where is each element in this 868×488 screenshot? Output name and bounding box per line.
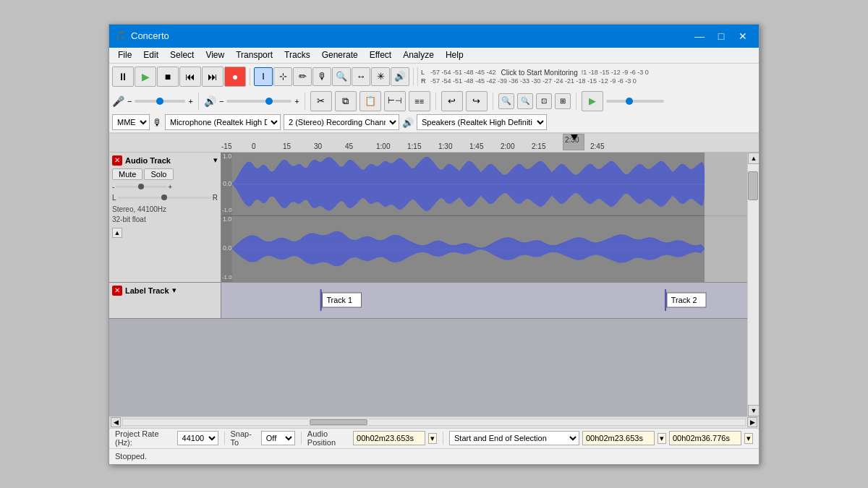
mic-icon: 🎤 xyxy=(112,95,124,107)
waveform-svg: 1.0 0.0 -1.0 1.0 0.0 -1.0 xyxy=(221,153,747,282)
record-button[interactable]: ● xyxy=(224,67,246,87)
silence-button[interactable]: ≡≡ xyxy=(409,91,430,111)
pan-l-label: L xyxy=(112,194,116,202)
window-controls: — □ ✕ xyxy=(689,26,753,46)
playhead-indicator: 2:30 xyxy=(563,134,584,150)
track-header: ✕ Audio Track ▾ xyxy=(112,155,218,166)
status-text: Stopped. xyxy=(115,452,147,461)
menu-transport[interactable]: Transport xyxy=(230,48,278,61)
microphone-select[interactable]: Microphone (Realtek High Defini xyxy=(165,114,281,130)
scroll-up-button[interactable]: ▲ xyxy=(748,153,759,164)
snap-to-select[interactable]: Off xyxy=(261,431,295,445)
horizontal-scrollbar[interactable]: ◀ ▶ xyxy=(109,416,759,428)
playback-speed-slider[interactable] xyxy=(606,100,664,103)
mic-minus: − xyxy=(127,97,132,106)
selection-start-input[interactable] xyxy=(582,431,655,445)
copy-button[interactable]: ⧉ xyxy=(335,91,357,111)
selection-end-input[interactable] xyxy=(669,431,741,445)
skip-start-button[interactable]: ⏮ xyxy=(179,67,201,87)
selection-start-dropdown[interactable]: ▾ xyxy=(658,433,666,444)
waveform-display[interactable]: 1.0 0.0 -1.0 1.0 0.0 -1.0 xyxy=(221,153,747,282)
skip-end-button[interactable]: ⏭ xyxy=(202,67,224,87)
menu-effect[interactable]: Effect xyxy=(364,48,397,61)
click-to-monitor-button[interactable]: Click to Start Monitoring xyxy=(498,69,581,77)
menu-tracks[interactable]: Tracks xyxy=(278,48,316,61)
selection-end-dropdown[interactable]: ▾ xyxy=(744,433,753,444)
hscroll-track[interactable] xyxy=(122,419,746,426)
cut-button[interactable]: ✂ xyxy=(310,91,332,111)
mic-tool-button[interactable]: 🎙 xyxy=(312,67,331,86)
speaker-volume-slider[interactable] xyxy=(226,100,292,103)
solo-button[interactable]: Solo xyxy=(144,168,173,180)
timeline-ticks: -15 0 15 30 45 1:00 1:15 1:30 1:45 2:00 … xyxy=(221,134,759,150)
pan-slider[interactable] xyxy=(118,197,211,199)
tick-15: 15 xyxy=(283,142,291,150)
pan-control: L R xyxy=(112,194,218,202)
track-close-button[interactable]: ✕ xyxy=(112,155,122,166)
audio-position-dropdown[interactable]: ▾ xyxy=(428,433,437,444)
menu-file[interactable]: File xyxy=(112,48,137,61)
selection-tool-button[interactable]: I xyxy=(254,67,273,86)
undo-button[interactable]: ↩ xyxy=(441,91,463,111)
label-track-dropdown[interactable]: ▾ xyxy=(172,286,176,295)
speaker-tool-button[interactable]: 🔊 xyxy=(391,67,409,86)
label-track-svg: Track 1 Track 2 xyxy=(221,283,747,318)
collapse-button[interactable]: ▲ xyxy=(112,228,122,238)
track-collapse-button: ▲ xyxy=(112,228,218,238)
scroll-down-button[interactable]: ▼ xyxy=(748,405,759,416)
selection-section: Start and End of Selection ▾ ▾ xyxy=(449,431,753,445)
draw-tool-button[interactable]: ✏ xyxy=(293,67,312,86)
fit-project-button[interactable]: ⊡ xyxy=(536,93,552,109)
menu-help[interactable]: Help xyxy=(440,48,469,61)
project-rate-section: Project Rate (Hz): 44100 xyxy=(115,429,218,447)
project-rate-select[interactable]: 44100 xyxy=(177,431,218,445)
envelope-tool-button[interactable]: ⊹ xyxy=(273,67,292,86)
maximize-button[interactable]: □ xyxy=(711,26,731,46)
label-waveform-area[interactable]: Track 1 Track 2 xyxy=(221,283,747,318)
close-button[interactable]: ✕ xyxy=(733,26,753,46)
vertical-scrollbar[interactable]: ▲ ▼ xyxy=(747,153,759,416)
minimize-button[interactable]: — xyxy=(689,26,710,46)
scroll-right-button[interactable]: ▶ xyxy=(747,417,757,427)
play-at-speed-button[interactable]: ▶ xyxy=(582,91,603,111)
timeline-ruler[interactable]: -15 0 15 30 45 1:00 1:15 1:30 1:45 2:00 … xyxy=(109,134,759,153)
menu-analyze[interactable]: Analyze xyxy=(397,48,440,61)
zoom-in-button[interactable]: 🔍 xyxy=(498,93,514,109)
audio-position-input[interactable] xyxy=(353,431,425,445)
menu-select[interactable]: Select xyxy=(164,48,200,61)
vu-db-labels-bottom: -57 -54 -51 -48 -45 -42 -39 -36 -33 -30 … xyxy=(430,77,637,85)
menu-generate[interactable]: Generate xyxy=(316,48,364,61)
pause-button[interactable]: ⏸ xyxy=(112,67,134,87)
label-track-close-button[interactable]: ✕ xyxy=(112,286,122,296)
gain-slider[interactable] xyxy=(116,186,166,188)
scroll-track-vertical[interactable] xyxy=(748,164,759,405)
timeshift-tool-button[interactable]: ↔ xyxy=(352,67,370,86)
zoom-out-button[interactable]: 🔍 xyxy=(517,93,533,109)
mic-volume-slider[interactable] xyxy=(135,100,185,103)
menu-edit[interactable]: Edit xyxy=(137,48,164,61)
mute-button[interactable]: Mute xyxy=(112,168,142,180)
snap-to-label: Snap-To xyxy=(231,429,258,447)
scroll-thumb-vertical[interactable] xyxy=(748,171,758,200)
trim-button[interactable]: ⊢⊣ xyxy=(384,91,406,111)
paste-button[interactable]: 📋 xyxy=(359,91,381,111)
vu-row-r: R -57 -54 -51 -48 -45 -42 -39 -36 -33 -3… xyxy=(421,77,649,85)
selection-type-select[interactable]: Start and End of Selection xyxy=(449,431,579,445)
menu-view[interactable]: View xyxy=(200,48,230,61)
api-select[interactable]: MME xyxy=(112,114,150,130)
speaker-select[interactable]: Speakers (Realtek High Definiti xyxy=(417,114,547,130)
speaker-icon: 🔊 xyxy=(204,95,216,107)
play-button[interactable]: ▶ xyxy=(135,67,156,87)
tick-100: 1:00 xyxy=(376,142,390,150)
zoom-tool-button[interactable]: 🔍 xyxy=(332,67,351,86)
vu-db-labels-top: -57 -54 -51 -48 -45 -42 xyxy=(430,69,496,76)
track-dropdown-button[interactable]: ▾ xyxy=(213,155,218,165)
redo-button[interactable]: ↪ xyxy=(466,91,488,111)
multi-tool-button[interactable]: ✳ xyxy=(371,67,390,86)
hscroll-thumb[interactable] xyxy=(310,419,367,425)
title-bar: 🎵 Concerto — □ ✕ xyxy=(109,25,759,48)
stop-button[interactable]: ■ xyxy=(157,67,179,87)
scroll-left-button[interactable]: ◀ xyxy=(111,417,121,427)
fit-tracks-button[interactable]: ⊞ xyxy=(555,93,571,109)
channels-select[interactable]: 2 (Stereo) Recording Channels xyxy=(284,114,399,130)
